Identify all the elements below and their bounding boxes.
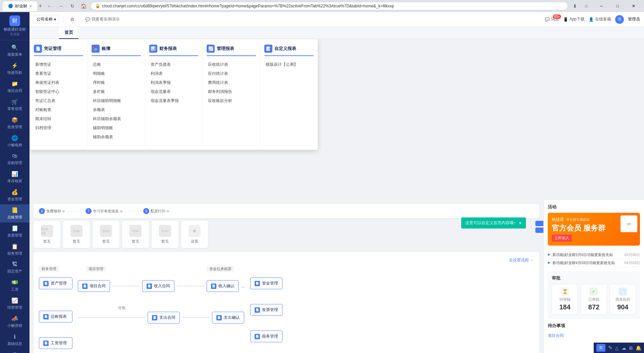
flow-box-income-confirm[interactable]: 📄 收入确认	[207, 280, 239, 292]
flow-box-salary-mgmt[interactable]: 📄 工资管理	[39, 337, 72, 349]
maximize-button[interactable]: □	[610, 1, 625, 11]
ledger-item-3[interactable]: 多栏账	[92, 87, 141, 96]
activity-banner[interactable]: 畅捷通 享社群专属权益 官方会员 服务群 立即加入 QR	[548, 213, 640, 246]
ledger-item-1[interactable]: 明细账	[92, 69, 141, 78]
icon-card-5[interactable]: Icon 暂无	[152, 221, 178, 248]
finreport-item-4[interactable]: 现金流量表季报	[149, 96, 199, 105]
home-settings-btn[interactable]: 首页设置	[535, 221, 543, 226]
close-button[interactable]: ✕	[626, 1, 641, 11]
sidebar-item-project[interactable]: 📁 项目合同	[0, 78, 30, 96]
customreport-item-0[interactable]: 模版设计【公测】	[264, 60, 314, 69]
ledger-item-5[interactable]: 余额表	[92, 105, 141, 114]
tab-close-btn[interactable]: ✕	[29, 4, 32, 8]
online-service-link[interactable]: 👤 在线客服	[589, 16, 611, 22]
join-banner-btn[interactable]: 立即加入	[552, 235, 572, 242]
lang-switch-btn[interactable]: 英	[596, 344, 605, 352]
customize-close-btn[interactable]: ✕	[519, 221, 522, 225]
tab-home[interactable]: 首页	[59, 27, 78, 39]
company-selector[interactable]: 公司名称 ▾	[34, 15, 59, 24]
avatar[interactable]: 管	[615, 15, 624, 24]
ledger-item-6[interactable]: 科目辅助余额表	[92, 114, 141, 123]
bell-icon[interactable]: 🔔	[636, 345, 641, 351]
mgmtreport-item-3[interactable]: 财务利润报告	[207, 87, 256, 96]
sidebar-item-search[interactable]: 🔍 搜索菜单	[0, 42, 30, 60]
sidebar-item-ecommerce[interactable]: 🌐 小畅电商	[0, 132, 30, 150]
minimize-button[interactable]: ─	[594, 1, 609, 11]
voucher-item-0[interactable]: 新增凭证	[34, 60, 83, 69]
sidebar-item-finance[interactable]: 💰 资金管理	[0, 186, 30, 204]
mgmtreport-item-4[interactable]: 应收账款分析	[207, 96, 256, 105]
voucher-item-7[interactable]: 归档管理	[34, 123, 83, 133]
grid-icon[interactable]: ⊞	[629, 345, 633, 351]
flow-box-invoice-mgmt[interactable]: 📄 发票管理	[250, 304, 282, 316]
flow-box-expense-confirm[interactable]: 📄 支出确认	[212, 312, 244, 323]
notification-button[interactable]: 💬 消息 99+	[545, 16, 559, 22]
refresh-button[interactable]: ↻	[68, 1, 77, 11]
icon-card-settings[interactable]: ⚙ 设置	[181, 221, 208, 248]
sidebar-item-retail[interactable]: 🛒 零售管理	[0, 96, 30, 114]
help-center-btn[interactable]: 帮助中心	[535, 228, 543, 233]
ledger-item-0[interactable]: 总账	[92, 60, 141, 69]
accounting-dropdown-menu[interactable]: 📄 凭证管理 新增凭证 查看凭证 单据凭证列表 智能凭证中心 凭证汇总表 对账检…	[30, 39, 318, 150]
sidebar-item-salary[interactable]: 💵 工资	[0, 276, 30, 295]
download-icon[interactable]: ⬇	[570, 1, 580, 11]
edit-icon[interactable]: ✎	[608, 345, 612, 351]
sidebar-item-assets[interactable]: 🏗 固定资产	[0, 259, 30, 276]
ledger-item-8[interactable]: 辅助余额表	[92, 133, 141, 142]
sidebar-item-operation[interactable]: 📈 经营管理	[0, 295, 30, 313]
flow-box-income-contract[interactable]: 📄 收入合同	[142, 280, 174, 292]
finreport-item-1[interactable]: 利润表	[149, 69, 199, 78]
sidebar-item-quicknav[interactable]: ⚡ 快捷导航	[0, 60, 30, 78]
sidebar-item-tax[interactable]: 📋 税务管理	[0, 241, 30, 259]
approval-card-sent[interactable]: 📄 我发起的 904	[610, 284, 636, 315]
voucher-item-4[interactable]: 凭证汇总表	[34, 96, 83, 105]
mgmtreport-item-0[interactable]: 应收统计表	[207, 60, 256, 69]
voucher-item-6[interactable]: 期末结转	[34, 114, 83, 123]
voucher-item-2[interactable]: 单据凭证列表	[34, 78, 83, 87]
icon-card-3[interactable]: Icon 暂无	[93, 221, 119, 248]
approval-card-pending[interactable]: ⏳ 待审核 184	[552, 284, 578, 315]
ledger-item-2[interactable]: 序时账	[92, 78, 141, 87]
icon-card-4[interactable]: Icon 暂无	[122, 221, 149, 248]
flow-box-project-contract[interactable]: 📄 项目合同	[78, 280, 110, 292]
browser-tab-active[interactable]: 🔵 好业财 ✕	[3, 1, 37, 11]
sidebar-item-marketing[interactable]: 📣 小畅营销	[0, 313, 30, 331]
back-button[interactable]: ←	[45, 1, 54, 11]
sidebar-item-system[interactable]: 🖥 系统管理	[0, 349, 30, 353]
flow-box-capital-mgmt[interactable]: 📄 资金管理	[250, 278, 282, 289]
approval-card-approved[interactable]: ✓ 已审核 872	[581, 284, 607, 315]
mgmtreport-item-2[interactable]: 费用统计表	[207, 78, 256, 87]
sidebar-item-purchase[interactable]: 🛍 采购管理	[0, 150, 30, 168]
voucher-item-1[interactable]: 查看凭证	[34, 69, 83, 78]
home-button[interactable]: 🏠	[79, 1, 89, 11]
mgmtreport-item-1[interactable]: 应付统计表	[207, 69, 256, 78]
triangle-icon[interactable]: △	[615, 345, 619, 351]
new-tab-button[interactable]: +	[39, 3, 42, 10]
flow-box-asset-mgmt[interactable]: 📄 资产管理	[39, 278, 72, 289]
voucher-item-3[interactable]: 智能凭证中心	[34, 87, 83, 96]
news-text-0[interactable]: 新功能|好业财3月6日功能更新抢先知	[552, 252, 622, 257]
setup-flow-link[interactable]: 去设置流程 →	[509, 257, 534, 263]
sidebar-item-wholesale[interactable]: 📦 批发管理	[0, 114, 30, 132]
todo-item-label[interactable]: 项目合同	[548, 333, 564, 339]
bookmark-icon[interactable]: ☆	[582, 1, 591, 11]
finreport-item-0[interactable]: 资产负债表	[149, 60, 199, 69]
cloud-icon[interactable]: ☁	[622, 345, 626, 351]
address-bar[interactable]: 🔒 cloud.chanjet.com/cc/u6d89qwnryel/57bf…	[91, 2, 568, 10]
app-download-link[interactable]: 📱 App下载	[563, 16, 585, 22]
sidebar-item-basic[interactable]: ℹ 基础信息	[0, 331, 30, 349]
icon-card-1[interactable]: Icon HE 暂无	[34, 221, 60, 248]
settings-btn[interactable]: ⚙	[67, 15, 77, 24]
finreport-item-3[interactable]: 现金流量表	[149, 87, 199, 96]
sidebar-item-accounting[interactable]: 📒 总账管理	[0, 204, 30, 222]
ledger-item-4[interactable]: 科目辅助明细账	[92, 96, 141, 105]
icon-card-2[interactable]: Icon 暂无	[63, 221, 90, 248]
flow-box-tax-mgmt[interactable]: 📄 税务管理	[250, 331, 282, 342]
flow-box-expense-contract[interactable]: 📄 支出合同	[148, 312, 180, 323]
sidebar-item-inventory[interactable]: 📊 库存核算	[0, 168, 30, 186]
sidebar-item-invoice[interactable]: 🧾 发票管理	[0, 222, 30, 241]
news-text-1[interactable]: 新功能|好业财4月03日功能更新抢先知	[552, 260, 622, 265]
forward-button[interactable]: →	[56, 1, 66, 11]
ledger-item-7[interactable]: 辅助明细账	[92, 123, 141, 133]
demo-button[interactable]: 💬 我要看实例演示	[85, 16, 120, 22]
